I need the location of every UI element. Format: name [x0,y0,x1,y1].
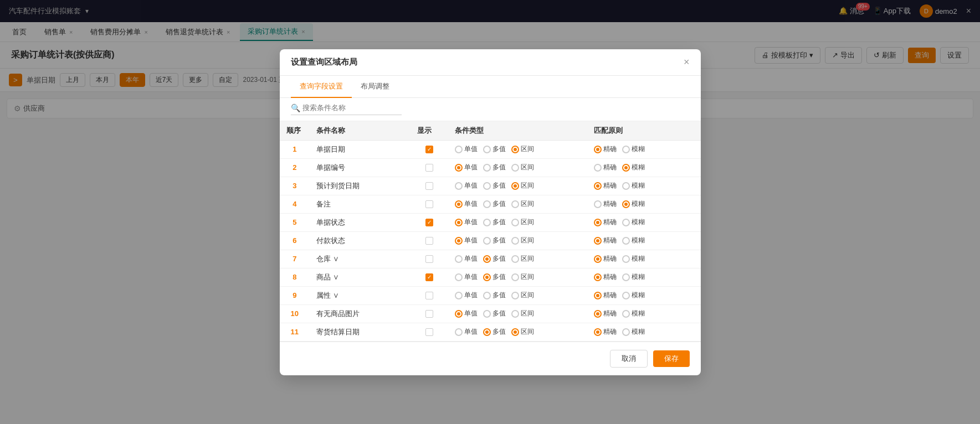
tab-layout-adjust-label: 布局调整 [361,82,389,90]
row-match-principle[interactable]: 精确模糊 [587,304,701,323]
row-order: 7 [280,250,310,268]
modal-overlay: 设置查询区域布局 × 查询字段设置 布局调整 🔍 顺序 [0,0,980,424]
row-match-principle[interactable]: 精确模糊 [587,195,701,213]
row-match-principle[interactable]: 精确模糊 [587,231,701,250]
row-order: 5 [280,213,310,231]
row-display-checkbox[interactable] [411,268,448,286]
table-row: 5单据状态单值多值区间精确模糊 [280,213,701,231]
row-match-principle[interactable]: 精确模糊 [587,140,701,158]
modal-dialog: 设置查询区域布局 × 查询字段设置 布局调整 🔍 顺序 [280,49,701,375]
row-condition-name: 备注 [310,195,411,213]
row-match-principle[interactable]: 精确模糊 [587,158,701,177]
row-order: 2 [280,158,310,177]
row-condition-name: 单据日期 [310,140,411,158]
row-condition-type[interactable]: 单值多值区间 [448,323,587,341]
row-display-checkbox[interactable] [411,177,448,195]
table-row: 9属性 ∨单值多值区间精确模糊 [280,286,701,304]
row-condition-type[interactable]: 单值多值区间 [448,250,587,268]
row-condition-name: 单据编号 [310,158,411,177]
row-condition-type[interactable]: 单值多值区间 [448,268,587,286]
row-display-checkbox[interactable] [411,140,448,158]
row-match-principle[interactable]: 精确模糊 [587,286,701,304]
row-order: 6 [280,231,310,250]
table-row: 8商品 ∨单值多值区间精确模糊 [280,268,701,286]
row-condition-type[interactable]: 单值多值区间 [448,231,587,250]
row-order: 10 [280,304,310,323]
modal-tabs: 查询字段设置 布局调整 [280,76,701,98]
save-button[interactable]: 保存 [653,350,690,367]
modal-footer: 取消 保存 [280,342,701,375]
search-icon: 🔍 [291,104,300,112]
modal-table: 顺序 条件名称 显示 条件类型 匹配原则 1单据日期单值多值区间精确模糊2单据编… [280,121,701,342]
row-match-principle[interactable]: 精确模糊 [587,323,701,341]
row-condition-type[interactable]: 单值多值区间 [448,213,587,231]
row-display-checkbox[interactable] [411,250,448,268]
row-order: 4 [280,195,310,213]
row-condition-type[interactable]: 单值多值区间 [448,195,587,213]
table-row: 6付款状态单值多值区间精确模糊 [280,231,701,250]
tab-query-field-settings[interactable]: 查询字段设置 [291,76,352,98]
row-condition-type[interactable]: 单值多值区间 [448,140,587,158]
table-row: 10有无商品图片单值多值区间精确模糊 [280,304,701,323]
search-input-wrap: 🔍 [291,104,402,115]
table-row: 1单据日期单值多值区间精确模糊 [280,140,701,158]
row-match-principle[interactable]: 精确模糊 [587,177,701,195]
row-display-checkbox[interactable] [411,286,448,304]
cancel-button[interactable]: 取消 [610,350,648,368]
table-row: 2单据编号单值多值区间精确模糊 [280,158,701,177]
modal-search-area: 🔍 [280,98,701,121]
row-condition-name: 单据状态 [310,213,411,231]
row-match-principle[interactable]: 精确模糊 [587,250,701,268]
row-match-principle[interactable]: 精确模糊 [587,213,701,231]
tab-layout-adjust[interactable]: 布局调整 [352,76,398,98]
row-display-checkbox[interactable] [411,231,448,250]
tab-query-field-label: 查询字段设置 [300,82,343,90]
row-condition-type[interactable]: 单值多值区间 [448,177,587,195]
row-condition-name: 商品 ∨ [310,268,411,286]
th-display: 显示 [411,121,448,141]
modal-close-button[interactable]: × [684,57,690,67]
th-order: 顺序 [280,121,310,141]
row-order: 11 [280,323,310,341]
th-match: 匹配原则 [587,121,701,141]
th-name: 条件名称 [310,121,411,141]
row-condition-name: 付款状态 [310,231,411,250]
table-row: 4备注单值多值区间精确模糊 [280,195,701,213]
modal-title: 设置查询区域布局 [291,57,357,68]
row-match-principle[interactable]: 精确模糊 [587,268,701,286]
table-row: 7仓库 ∨单值多值区间精确模糊 [280,250,701,268]
row-display-checkbox[interactable] [411,323,448,341]
row-display-checkbox[interactable] [411,304,448,323]
table-row: 3预计到货日期单值多值区间精确模糊 [280,177,701,195]
row-condition-name: 属性 ∨ [310,286,411,304]
row-display-checkbox[interactable] [411,213,448,231]
row-order: 9 [280,286,310,304]
row-condition-name: 预计到货日期 [310,177,411,195]
th-type: 条件类型 [448,121,587,141]
row-order: 1 [280,140,310,158]
row-condition-name: 仓库 ∨ [310,250,411,268]
row-display-checkbox[interactable] [411,158,448,177]
row-display-checkbox[interactable] [411,195,448,213]
table-header-row: 顺序 条件名称 显示 条件类型 匹配原则 [280,121,701,141]
row-order: 3 [280,177,310,195]
search-input[interactable] [302,104,391,112]
row-condition-type[interactable]: 单值多值区间 [448,158,587,177]
row-condition-name: 有无商品图片 [310,304,411,323]
row-condition-type[interactable]: 单值多值区间 [448,286,587,304]
table-row: 11寄货结算日期单值多值区间精确模糊 [280,323,701,341]
row-condition-name: 寄货结算日期 [310,323,411,341]
row-order: 8 [280,268,310,286]
row-condition-type[interactable]: 单值多值区间 [448,304,587,323]
modal-header: 设置查询区域布局 × [280,49,701,76]
